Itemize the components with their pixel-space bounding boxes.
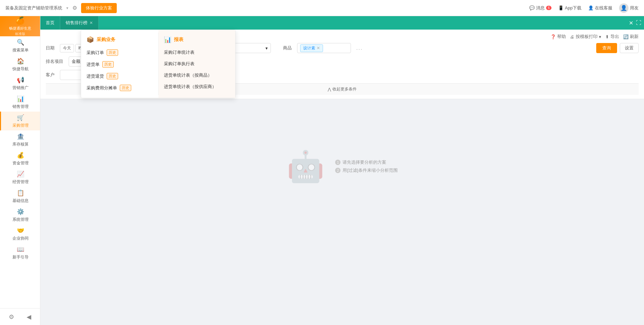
sidebar-icon-6: 💰 xyxy=(17,152,24,159)
tab-maximize-button[interactable]: ⛶ xyxy=(636,20,641,26)
refresh-icon: 🔄 xyxy=(623,34,629,39)
export-button[interactable]: ⬆ 导出 xyxy=(605,34,619,40)
menu-item-receipt-stats-supplier[interactable]: 进货单统计表（按供应商） xyxy=(158,81,236,92)
goods-filter-container[interactable]: 设计素 ✕ xyxy=(297,43,351,53)
date-filter-label: 日期 xyxy=(46,45,55,51)
sidebar-item-0[interactable]: 🔍搜索菜单 xyxy=(0,36,40,55)
sidebar: 🍊 畅捷通好生意 标准版 🔍搜索菜单🏠快捷导航📢营销推广📊销售管理🛒采购管理🏦库… xyxy=(0,16,40,325)
goods-tag-remove-icon[interactable]: ✕ xyxy=(317,46,320,50)
headset-icon: 👤 xyxy=(588,5,594,10)
tab-region: 首页 销售排行榜 ✕ ✕ ⛶ 📦 采购业务 xyxy=(40,16,644,30)
query-button[interactable]: 查询 xyxy=(596,43,617,53)
message-icon: 💬 xyxy=(529,5,535,10)
menu-item-goods-return[interactable]: 进货退货 历史 xyxy=(81,70,158,82)
system-title: 装备及固定资产辅助管理系统 xyxy=(5,5,62,11)
menu-item-po-stats[interactable]: 采购订单统计表 xyxy=(158,47,236,58)
export-label: 导出 xyxy=(610,34,619,40)
sidebar-label-6: 资金管理 xyxy=(12,160,29,166)
empty-tips: 1 请先选择要分析的方案 2 用[过滤]条件来缩小分析范围 xyxy=(335,159,397,173)
action-buttons: 查询 设置 xyxy=(596,43,639,53)
sidebar-icon-2: 📢 xyxy=(17,76,24,84)
settings-gear-icon[interactable]: ⚙ xyxy=(72,5,77,11)
empty-state: 🤖 1 请先选择要分析的方案 2 用[过滤]条件来缩小分析范围 xyxy=(40,99,644,234)
main-layout: 🍊 畅捷通好生意 标准版 🔍搜索菜单🏠快捷导航📢营销推广📊销售管理🛒采购管理🏦库… xyxy=(0,16,644,325)
tab-sales-ranking[interactable]: 销售排行榜 ✕ xyxy=(60,16,99,30)
menu-item-goods-receipt[interactable]: 进货单 历史 xyxy=(81,58,158,70)
menu-item-po-exec-label: 采购订单执行表 xyxy=(164,61,194,67)
menu-item-receipt-stats-supplier-label: 进货单统计表（按供应商） xyxy=(164,84,216,90)
sidebar-item-8[interactable]: 📋基础信息 xyxy=(0,187,40,206)
message-label: 消息 xyxy=(536,5,545,11)
collapse-arrow-icon: ⋀ xyxy=(328,87,331,92)
tab-home[interactable]: 首页 xyxy=(40,16,60,30)
sidebar-icon-0: 🔍 xyxy=(17,39,24,46)
settings-bottom-icon[interactable]: ⚙ xyxy=(9,313,14,321)
goods-more-icon[interactable]: ... xyxy=(356,45,363,51)
tab-home-label: 首页 xyxy=(46,20,55,26)
sidebar-label-1: 快捷导航 xyxy=(12,66,29,72)
dropdown-col-purchase: 📦 采购业务 采购订单 历史 进货单 历史 进货退货 历史 xyxy=(81,30,158,98)
sidebar-item-2[interactable]: 📢营销推广 xyxy=(0,74,40,93)
empty-robot-illustration: 🤖 xyxy=(287,149,324,184)
message-nav-item[interactable]: 💬 消息 6 xyxy=(529,5,551,11)
tab-close-icon[interactable]: ✕ xyxy=(90,21,93,25)
hist-badge-purchase-expense: 历史 xyxy=(120,85,131,91)
customer-label: 客户 xyxy=(46,72,55,78)
sidebar-item-11[interactable]: 📖新手引导 xyxy=(0,243,40,262)
print-dropdown-icon: ▾ xyxy=(599,34,601,39)
dropdown-arrow-icon[interactable]: ▾ xyxy=(66,6,68,10)
settings-filter-button[interactable]: 设置 xyxy=(620,43,639,53)
sidebar-item-3[interactable]: 📊销售管理 xyxy=(0,93,40,112)
app-download-label: App下载 xyxy=(565,5,581,11)
goods-label: 商品 xyxy=(283,45,292,51)
sidebar-label-4: 采购管理 xyxy=(12,123,29,128)
sidebar-label-11: 新手引导 xyxy=(12,254,29,260)
sidebar-item-10[interactable]: 🤝企业协同 xyxy=(0,225,40,243)
industry-solution-button[interactable]: 体验行业方案 xyxy=(81,3,117,13)
logo-line1: 畅捷通好生意 xyxy=(9,26,31,31)
user-nav-item[interactable]: 👤 用友 xyxy=(619,3,639,13)
report-col-icon: 📊 xyxy=(164,36,171,43)
user-avatar: 👤 xyxy=(619,3,629,13)
menu-item-goods-receipt-label: 进货单 xyxy=(86,62,100,68)
sidebar-item-1[interactable]: 🏠快捷导航 xyxy=(0,55,40,74)
sidebar-item-6[interactable]: 💰资金管理 xyxy=(0,149,40,168)
sidebar-icon-5: 🏦 xyxy=(17,133,24,140)
sidebar-label-7: 经营管理 xyxy=(12,179,29,185)
top-navigation: 装备及固定资产辅助管理系统 ▾ ⚙ 体验行业方案 💬 消息 6 📱 App下载 … xyxy=(0,0,644,16)
sidebar-item-7[interactable]: 📈经营管理 xyxy=(0,168,40,187)
menu-item-purchase-expense[interactable]: 采购费用分摊单 历史 xyxy=(81,82,158,94)
dropdown-menu: 📦 采购业务 采购订单 历史 进货单 历史 进货退货 历史 xyxy=(81,30,236,98)
sidebar-icon-7: 📈 xyxy=(17,170,24,178)
sidebar-item-5[interactable]: 🏦库存核算 xyxy=(0,130,40,149)
sidebar-icon-3: 📊 xyxy=(17,95,24,103)
dropdown-col-report: 📊 报表 采购订单统计表 采购订单执行表 进货单统计表（按商品） 进货单统计表（… xyxy=(158,30,236,98)
app-download-nav-item[interactable]: 📱 App下载 xyxy=(558,5,581,11)
menu-item-receipt-stats-goods[interactable]: 进货单统计表（按商品） xyxy=(158,70,236,81)
refresh-button[interactable]: 🔄 刷新 xyxy=(623,34,639,40)
sidebar-item-4[interactable]: 🛒采购管理 xyxy=(0,112,40,130)
sidebar-label-8: 基础信息 xyxy=(12,198,29,204)
print-icon: 🖨 xyxy=(570,34,574,39)
nav-right: 💬 消息 6 📱 App下载 👤 在线客服 👤 用友 xyxy=(529,3,639,13)
menu-item-goods-return-label: 进货退货 xyxy=(86,73,104,79)
collapse-label: 收起更多条件 xyxy=(332,86,357,92)
date-btn-today[interactable]: 今天 xyxy=(60,44,74,52)
sidebar-menu: 🔍搜索菜单🏠快捷导航📢营销推广📊销售管理🛒采购管理🏦库存核算💰资金管理📈经营管理… xyxy=(0,36,40,308)
hist-badge-purchase-order: 历史 xyxy=(107,49,118,56)
sidebar-icon-4: 🛒 xyxy=(17,114,24,121)
collapse-sidebar-icon[interactable]: ◀ xyxy=(27,313,31,321)
goods-tag: 设计素 ✕ xyxy=(300,44,323,52)
dropdown-col-report-title: 报表 xyxy=(174,37,183,43)
menu-item-purchase-order[interactable]: 采购订单 历史 xyxy=(81,47,158,58)
sidebar-item-9[interactable]: ⚙️系统管理 xyxy=(0,206,40,225)
online-service-nav-item[interactable]: 👤 在线客服 xyxy=(588,5,612,11)
help-button[interactable]: ❓ 帮助 xyxy=(550,34,566,40)
tab-bar: 首页 销售排行榜 ✕ ✕ ⛶ xyxy=(40,16,644,30)
hist-badge-goods-return: 历史 xyxy=(107,73,118,79)
purchase-col-icon: 📦 xyxy=(86,36,94,43)
print-button[interactable]: 🖨 按模板打印 ▾ xyxy=(570,34,601,40)
phone-icon: 📱 xyxy=(558,5,564,10)
menu-item-po-exec[interactable]: 采购订单执行表 xyxy=(158,58,236,70)
tab-close-window-button[interactable]: ✕ xyxy=(629,20,633,26)
